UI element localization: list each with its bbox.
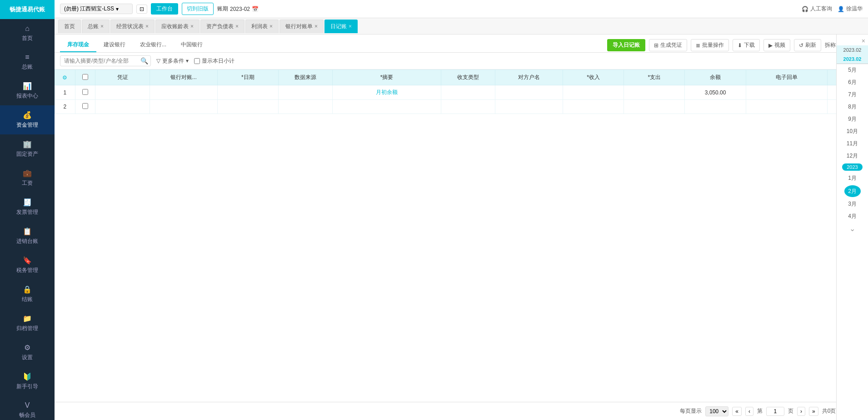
table-col-date: *日期 <box>217 70 278 85</box>
sidebar-item-fund[interactable]: 💰 资金管理 <box>0 105 55 134</box>
batch-operation-button[interactable]: ≣ 批量操作 <box>691 39 729 51</box>
download-button[interactable]: ⬇ 下载 <box>733 39 760 51</box>
tab-close-icon[interactable]: × <box>235 23 239 30</box>
sidebar-item-label: 报表中心 <box>16 92 38 100</box>
sidebar-item-sales[interactable]: 📋 进销台账 <box>0 222 55 251</box>
import-journal-button[interactable]: 导入日记账 <box>607 39 645 51</box>
support-link[interactable]: 🎧 人工客询 <box>802 5 832 13</box>
sidebar-item-guide[interactable]: 🔰 新手引导 <box>0 367 55 396</box>
page-label-post: 页 <box>788 407 793 415</box>
sidebar-item-settings[interactable]: ⚙ 设置 <box>0 338 55 367</box>
row-checkbox-cell[interactable] <box>75 100 95 114</box>
subtab-cash[interactable]: 库存现金 <box>60 38 96 52</box>
sidebar-item-wage[interactable]: 💼 工资 <box>0 163 55 193</box>
workbench-button[interactable]: 工作台 <box>151 3 178 15</box>
old-version-button[interactable]: 切到旧版 <box>182 3 214 15</box>
row-desc <box>333 100 441 114</box>
show-daily-checkbox[interactable] <box>194 58 200 64</box>
select-all-checkbox[interactable] <box>82 74 88 80</box>
tab-close-icon[interactable]: × <box>100 23 104 30</box>
date-month-12[interactable]: 12月 <box>837 150 868 162</box>
guide-icon: 🔰 <box>23 372 32 381</box>
first-page-button[interactable]: « <box>732 407 742 416</box>
sidebar-item-label: 税务管理 <box>16 267 38 274</box>
row-income <box>563 85 624 100</box>
sidebar-item-label: 资金管理 <box>16 121 38 129</box>
table-col-check[interactable] <box>75 70 95 85</box>
date-month-4[interactable]: 4月 <box>837 210 868 222</box>
generate-voucher-button[interactable]: ⊞ 生成凭证 <box>649 39 687 51</box>
next-page-button[interactable]: › <box>797 407 805 416</box>
tab-close-icon[interactable]: × <box>314 23 318 30</box>
date-cur-period[interactable]: 2023.02 <box>837 54 868 64</box>
main-content: 库存现金 建设银行 农业银行... 中国银行 导入日记账 ⊞ 生成凭证 ≣ 批量… <box>55 35 868 420</box>
sidebar-item-report[interactable]: 📊 报表中心 <box>0 76 55 105</box>
tab-close-icon[interactable]: × <box>349 23 352 30</box>
tab-bank[interactable]: 银行对账单 × <box>279 20 324 33</box>
search-input[interactable] <box>60 55 151 66</box>
row-source <box>278 100 332 114</box>
more-filter-button[interactable]: ▽ 更多条件 ▾ <box>156 57 189 65</box>
tab-business[interactable]: 经营状况表 × <box>110 20 155 33</box>
date-month-5[interactable]: 5月 <box>837 64 868 76</box>
date-month-10[interactable]: 10月 <box>837 125 868 138</box>
prev-page-button[interactable]: ‹ <box>745 407 753 416</box>
settings-icon: ⚙ <box>24 343 30 352</box>
last-page-button[interactable]: » <box>809 407 818 416</box>
date-month-8[interactable]: 8月 <box>837 101 868 113</box>
page-number-input[interactable] <box>766 407 784 416</box>
subtab-boc[interactable]: 中国银行 <box>174 38 210 52</box>
sidebar-item-invoice[interactable]: 🧾 发票管理 <box>0 193 55 222</box>
sidebar-item-close[interactable]: 🔒 结账 <box>0 280 55 309</box>
row-checkbox-cell[interactable] <box>75 85 95 100</box>
tab-receivable[interactable]: 应收账龄表 × <box>155 20 200 33</box>
close-accounts-icon: 🔒 <box>23 285 32 294</box>
row-checkbox[interactable] <box>82 89 88 95</box>
date-prev-period[interactable]: 2023.02 <box>837 45 868 54</box>
date-month-2-active[interactable]: 2月 <box>844 185 861 197</box>
tab-journal[interactable]: 日记账 × <box>324 20 358 33</box>
per-page-select[interactable]: 10 20 50 100 <box>705 406 728 416</box>
month-6-label: 6月 <box>848 79 857 85</box>
tab-profit[interactable]: 利润表 × <box>245 20 279 33</box>
date-month-9[interactable]: 9月 <box>837 113 868 125</box>
date-panel-close-button[interactable]: × <box>837 36 868 45</box>
subtab-ccb[interactable]: 建设银行 <box>96 38 133 52</box>
date-month-11[interactable]: 11月 <box>837 138 868 150</box>
copy-button[interactable]: ⊡ <box>136 5 147 14</box>
tab-home[interactable]: 首页 <box>58 20 81 33</box>
video-button[interactable]: ▶ 视频 <box>763 39 790 51</box>
date-month-1[interactable]: 1月 <box>837 172 868 184</box>
tab-close-icon[interactable]: × <box>190 23 194 30</box>
row-checkbox[interactable] <box>82 103 88 109</box>
show-daily-toggle[interactable]: 显示本日小计 <box>194 57 234 65</box>
month-8-label: 8月 <box>848 104 857 110</box>
date-month-6[interactable]: 6月 <box>837 76 868 89</box>
tab-ledger[interactable]: 总账 × <box>82 20 110 33</box>
tab-close-icon[interactable]: × <box>145 23 149 30</box>
tax-icon: 🔖 <box>23 256 32 265</box>
date-month-3[interactable]: 3月 <box>837 198 868 210</box>
subtab-abc[interactable]: 农业银行... <box>133 38 174 52</box>
date-scroll-down-button[interactable]: ⌄ <box>837 222 868 235</box>
tab-close-icon[interactable]: × <box>269 23 273 30</box>
sidebar-item-home[interactable]: ⌂ 首页 <box>0 19 55 48</box>
tab-home-label: 首页 <box>64 23 75 30</box>
sidebar-item-tax[interactable]: 🔖 税务管理 <box>0 251 55 280</box>
sidebar-item-ledger[interactable]: ≡ 总账 <box>0 48 55 76</box>
sidebar-item-member[interactable]: V 畅会员 <box>0 396 55 420</box>
filter-chevron-icon: ▾ <box>186 58 189 64</box>
search-wrap: 🔍 <box>60 55 151 66</box>
tab-assets[interactable]: 资产负债表 × <box>200 20 244 33</box>
report-icon: 📊 <box>23 82 32 90</box>
row-bankref <box>150 100 217 114</box>
date-month-7[interactable]: 7月 <box>837 89 868 101</box>
user-profile[interactable]: 👤 徐温华 <box>838 5 863 13</box>
sidebar-item-assets[interactable]: 🏢 固定资产 <box>0 134 55 163</box>
batch-icon: ≣ <box>696 42 700 49</box>
refresh-button[interactable]: ↺ 刷新 <box>794 39 821 51</box>
company-selector[interactable]: (勿册) 江西韬宝-LSS ▾ <box>60 4 133 14</box>
sidebar-item-archive[interactable]: 📁 归档管理 <box>0 309 55 338</box>
table-col-settings[interactable]: ⚙ <box>55 70 75 85</box>
calendar-icon[interactable]: 📅 <box>252 6 259 12</box>
